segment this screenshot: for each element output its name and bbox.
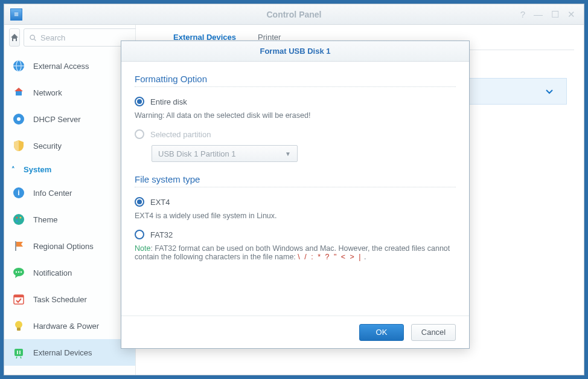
ok-button[interactable]: OK — [359, 324, 404, 341]
cancel-button[interactable]: Cancel — [411, 324, 456, 341]
sidebar-item-label: DHCP Server — [33, 115, 81, 124]
network-icon — [11, 85, 26, 100]
radio-selected-partition: Selected partition — [135, 126, 456, 143]
sidebar-item-label: Network — [33, 88, 62, 97]
radio-icon — [135, 197, 144, 207]
fat32-note-tail: . — [362, 253, 366, 261]
search-row — [4, 25, 135, 50]
sidebar-group-system[interactable]: ˄ System — [4, 159, 135, 180]
divider — [135, 86, 456, 87]
dialog-body: Formatting Option Entire disk Warning: A… — [121, 62, 469, 316]
sidebar-item-label: Info Center — [33, 189, 72, 198]
svg-point-11 — [16, 217, 18, 219]
chat-icon — [11, 265, 26, 280]
shield-icon — [11, 138, 26, 153]
formatting-option-heading: Formatting Option — [135, 74, 456, 84]
sidebar-item-regional-options[interactable]: Regional Options — [4, 233, 135, 259]
bulb-icon — [11, 319, 26, 333]
radio-icon — [135, 129, 144, 139]
svg-point-16 — [16, 271, 17, 273]
sidebar-item-label: Notification — [33, 268, 72, 277]
svg-point-21 — [15, 321, 22, 328]
flag-icon — [11, 239, 26, 253]
divider — [135, 187, 456, 187]
palette-icon — [11, 212, 26, 227]
sidebar-item-task-scheduler[interactable]: Task Scheduler — [4, 286, 135, 313]
svg-rect-20 — [14, 295, 24, 297]
info-icon: i — [11, 186, 26, 200]
sidebar-item-label: External Access — [33, 62, 89, 71]
sidebar: External Access Network DHCP Server — [4, 25, 136, 375]
chevron-down-icon: ▼ — [285, 151, 291, 157]
sidebar-item-network[interactable]: Network — [4, 79, 135, 106]
radio-icon — [135, 230, 144, 239]
fat32-desc: Note: FAT32 format can be used on both W… — [135, 244, 456, 261]
svg-point-10 — [13, 214, 24, 225]
note-prefix: Note — [135, 244, 150, 253]
svg-point-17 — [18, 271, 19, 273]
home-icon — [10, 33, 19, 42]
radio-label: FAT32 — [150, 230, 173, 239]
forbidden-chars: \ / : * ? " < > | — [298, 253, 362, 261]
sidebar-item-label: Theme — [33, 215, 57, 224]
sidebar-item-external-devices[interactable]: External Devices — [4, 339, 135, 366]
radio-label: Selected partition — [150, 130, 211, 139]
sidebar-item-info-center[interactable]: i Info Center — [4, 180, 135, 206]
svg-line-1 — [34, 39, 36, 40]
window-controls: ? — ☐ ✕ — [520, 9, 584, 20]
help-button[interactable]: ? — [520, 9, 525, 20]
sidebar-item-external-access[interactable]: External Access — [4, 53, 135, 79]
dhcp-icon — [11, 112, 26, 126]
minimize-button[interactable]: — — [534, 9, 543, 20]
ext4-desc: EXT4 is a widely used file system in Lin… — [135, 212, 456, 220]
svg-point-12 — [20, 217, 22, 219]
chevron-up-icon: ˄ — [11, 166, 15, 173]
sidebar-item-label: External Devices — [33, 348, 92, 357]
svg-rect-14 — [15, 241, 16, 251]
search-icon — [29, 34, 37, 42]
radio-ext4[interactable]: EXT4 — [135, 193, 456, 210]
sidebar-group-label: System — [24, 165, 51, 174]
radio-fat32[interactable]: FAT32 — [135, 226, 456, 243]
format-dialog: Format USB Disk 1 Formatting Option Enti… — [121, 40, 470, 349]
svg-point-7 — [17, 117, 21, 121]
radio-label: Entire disk — [150, 97, 187, 106]
svg-point-0 — [30, 35, 34, 39]
svg-rect-5 — [16, 91, 22, 96]
sidebar-item-label: Task Scheduler — [33, 295, 87, 304]
svg-point-13 — [16, 221, 18, 222]
calendar-icon — [11, 292, 26, 306]
fs-type-heading: File system type — [135, 174, 456, 184]
partition-select-wrap: USB Disk 1 Partition 1 ▼ — [152, 145, 456, 162]
home-button[interactable] — [9, 28, 20, 47]
partition-select: USB Disk 1 Partition 1 ▼ — [152, 145, 298, 162]
sidebar-item-notification[interactable]: Notification — [4, 259, 135, 286]
radio-icon — [135, 97, 144, 106]
svg-text:i: i — [18, 189, 19, 197]
sidebar-item-hardware-power[interactable]: Hardware & Power — [4, 313, 135, 339]
sidebar-item-label: Security — [33, 141, 62, 151]
usb-icon — [11, 345, 26, 360]
chevron-down-icon — [545, 86, 554, 96]
dialog-title: Format USB Disk 1 — [121, 41, 469, 62]
radio-entire-disk[interactable]: Entire disk — [135, 93, 456, 110]
app-icon — [10, 8, 22, 21]
sidebar-item-label: Hardware & Power — [33, 322, 99, 331]
globe-icon — [11, 59, 26, 73]
sidebar-list: External Access Network DHCP Server — [4, 50, 135, 375]
fat32-note-text: : FAT32 format can be used on both Windo… — [135, 244, 450, 261]
sidebar-item-security[interactable]: Security — [4, 132, 135, 159]
sidebar-item-dhcp-server[interactable]: DHCP Server — [4, 106, 135, 132]
maximize-button[interactable]: ☐ — [551, 9, 559, 20]
entire-disk-warning: Warning: All data on the selected disk w… — [135, 111, 456, 120]
svg-point-18 — [21, 271, 22, 273]
window-title: Control Panel — [4, 10, 584, 19]
sidebar-item-label: Regional Options — [33, 242, 94, 251]
svg-rect-22 — [17, 328, 21, 331]
radio-label: EXT4 — [150, 198, 170, 207]
dialog-footer: OK Cancel — [121, 316, 469, 348]
svg-rect-23 — [14, 349, 23, 356]
titlebar: Control Panel ? — ☐ ✕ — [4, 4, 584, 25]
close-button[interactable]: ✕ — [567, 9, 575, 20]
sidebar-item-theme[interactable]: Theme — [4, 206, 135, 233]
